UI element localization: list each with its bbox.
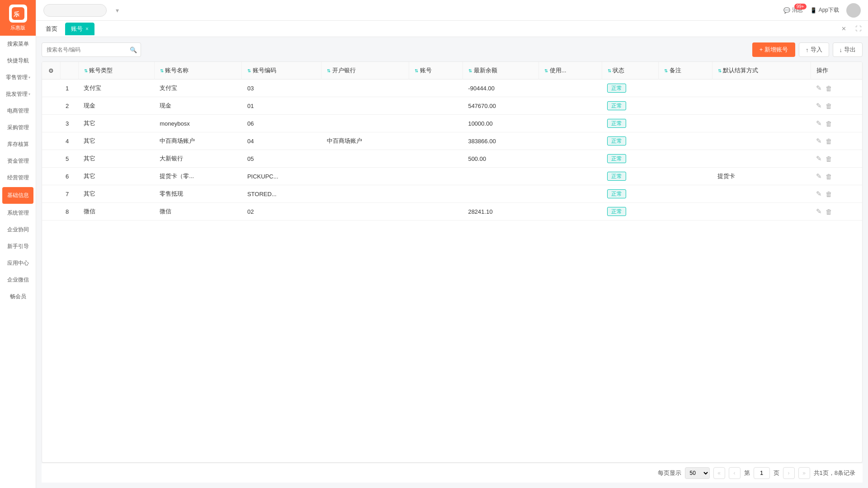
- sidebar-item-quick-nav[interactable]: 快捷导航: [0, 52, 36, 69]
- row-type: 现金: [78, 97, 154, 115]
- delete-icon[interactable]: 🗑: [826, 208, 832, 216]
- col-remark[interactable]: ⇅ 备注: [658, 62, 712, 80]
- sidebar-item-operation-manage[interactable]: 经营管理: [0, 169, 36, 186]
- row-usage: [539, 150, 602, 168]
- delete-icon[interactable]: 🗑: [826, 173, 832, 180]
- delete-icon[interactable]: 🗑: [826, 190, 832, 198]
- delete-icon[interactable]: 🗑: [826, 102, 832, 110]
- sidebar-item-member[interactable]: 畅会员: [0, 288, 36, 305]
- table-row: 1 支付宝 支付宝 03 -90444.00 正常 ✎ 🗑: [42, 80, 862, 97]
- edit-icon[interactable]: ✎: [816, 190, 822, 198]
- sidebar-item-system-manage[interactable]: 系统管理: [0, 205, 36, 221]
- edit-icon[interactable]: ✎: [816, 119, 822, 127]
- tab-account-label: 账号: [71, 25, 83, 33]
- sidebar-item-label: 快捷导航: [7, 57, 29, 64]
- export-button[interactable]: ↓ 导出: [833, 42, 863, 57]
- sidebar-item-label: 企业微信: [7, 277, 29, 283]
- delete-icon[interactable]: 🗑: [826, 120, 832, 127]
- row-action: ✎ 🗑: [811, 203, 862, 221]
- add-account-button[interactable]: + 新增账号: [752, 42, 795, 57]
- header-search-input[interactable]: [43, 4, 107, 17]
- sidebar-item-finance-manage[interactable]: 资金管理: [0, 153, 36, 169]
- row-type: 其它: [78, 168, 154, 185]
- import-button[interactable]: ↑ 导入: [799, 42, 829, 57]
- sidebar-item-app-center[interactable]: 应用中心: [0, 255, 36, 272]
- prev-page-button[interactable]: ‹: [729, 467, 741, 479]
- page-size-select[interactable]: 50 20 100: [685, 467, 710, 479]
- delete-icon[interactable]: 🗑: [826, 155, 832, 163]
- tab-account[interactable]: 账号 ×: [65, 23, 94, 35]
- window-maximize-button[interactable]: ⛶: [852, 23, 864, 35]
- sidebar-item-enterprise-agreement[interactable]: 企业协同: [0, 221, 36, 238]
- col-gear[interactable]: ⚙: [42, 62, 60, 80]
- search-icon[interactable]: 🔍: [126, 47, 141, 53]
- edit-icon[interactable]: ✎: [816, 155, 822, 163]
- sidebar-item-ecommerce-manage[interactable]: 电商管理: [0, 103, 36, 119]
- toolbar: 🔍 + 新增账号 ↑ 导入 ↓ 导出: [42, 42, 863, 57]
- sidebar-item-wholesale-manage[interactable]: 批发管理 ▾: [0, 86, 36, 103]
- row-default-settlement: 提货卡: [712, 168, 811, 185]
- edit-icon[interactable]: ✎: [816, 102, 822, 110]
- row-gear: [42, 97, 60, 115]
- edit-icon[interactable]: ✎: [816, 172, 822, 180]
- col-status[interactable]: ⇅ 状态: [602, 62, 658, 80]
- row-balance: 500.00: [462, 150, 538, 168]
- col-name[interactable]: ⇅ 账号名称: [154, 62, 242, 80]
- sidebar: 乐 乐惠版 搜索菜单 快捷导航 零售管理 ▾ 批发管理 ▾ 电商管理 采购管理 …: [0, 0, 36, 488]
- col-account[interactable]: ⇅ 账号: [409, 62, 463, 80]
- edit-icon[interactable]: ✎: [816, 137, 822, 145]
- page-number-input[interactable]: [754, 467, 770, 479]
- col-usage[interactable]: ⇅ 使用...: [539, 62, 602, 80]
- col-default-settlement[interactable]: ⇅ 默认结算方式: [712, 62, 811, 80]
- row-bank: [321, 150, 409, 168]
- sidebar-item-inventory-check[interactable]: 库存核算: [0, 136, 36, 153]
- next-page-button[interactable]: ›: [783, 467, 795, 479]
- row-name: 大新银行: [154, 150, 242, 168]
- sidebar-item-enterprise-wechat[interactable]: 企业微信: [0, 272, 36, 288]
- row-remark: [658, 150, 712, 168]
- search-input[interactable]: [42, 47, 126, 53]
- avatar[interactable]: [846, 3, 861, 18]
- sidebar-item-retail-manage[interactable]: 零售管理 ▾: [0, 69, 36, 86]
- sidebar-item-new-guide[interactable]: 新手引导: [0, 238, 36, 255]
- window-close-button[interactable]: ✕: [837, 23, 850, 35]
- first-page-button[interactable]: «: [713, 467, 725, 479]
- sidebar-item-search-menu[interactable]: 搜索菜单: [0, 36, 36, 52]
- edit-icon[interactable]: ✎: [816, 84, 822, 92]
- row-code: STORED...: [242, 185, 321, 203]
- col-code[interactable]: ⇅ 账号编码: [242, 62, 321, 80]
- row-default-settlement: [712, 97, 811, 115]
- row-remark: [658, 115, 712, 132]
- row-action: ✎ 🗑: [811, 97, 862, 115]
- logo-text: 乐惠版: [10, 24, 25, 31]
- col-type[interactable]: ⇅ 账号类型: [78, 62, 154, 80]
- delete-icon[interactable]: 🗑: [826, 84, 832, 92]
- row-bank: [321, 115, 409, 132]
- row-status: 正常: [602, 168, 658, 185]
- status-badge: 正常: [607, 189, 626, 198]
- last-page-button[interactable]: »: [798, 467, 810, 479]
- sidebar-item-purchase-manage[interactable]: 采购管理: [0, 119, 36, 136]
- sidebar-item-label: 采购管理: [7, 124, 29, 131]
- col-balance[interactable]: ⇅ 最新余额: [462, 62, 538, 80]
- status-badge: 正常: [607, 154, 626, 163]
- col-bank[interactable]: ⇅ 开户银行: [321, 62, 409, 80]
- row-usage: [539, 185, 602, 203]
- dropdown-arrow-icon[interactable]: ▾: [116, 7, 119, 14]
- row-bank: [321, 168, 409, 185]
- status-badge: 正常: [607, 136, 626, 145]
- tab-close-icon[interactable]: ×: [85, 26, 89, 32]
- svg-text:乐: 乐: [13, 11, 19, 18]
- message-badge: 99+: [794, 4, 807, 9]
- edit-icon[interactable]: ✎: [816, 207, 822, 216]
- sidebar-item-basic-info[interactable]: 基础信息: [2, 187, 33, 204]
- tab-home[interactable]: 首页: [40, 23, 63, 35]
- app-download-button[interactable]: 📱 App下载: [810, 6, 839, 14]
- table-row: 2 现金 现金 01 547670.00 正常 ✎ 🗑: [42, 97, 862, 115]
- row-usage: [539, 115, 602, 132]
- message-button[interactable]: 💬 消息 99+: [783, 6, 803, 14]
- delete-icon[interactable]: 🗑: [826, 137, 832, 145]
- row-default-settlement: [712, 80, 811, 97]
- row-remark: [658, 132, 712, 150]
- row-account: [409, 97, 463, 115]
